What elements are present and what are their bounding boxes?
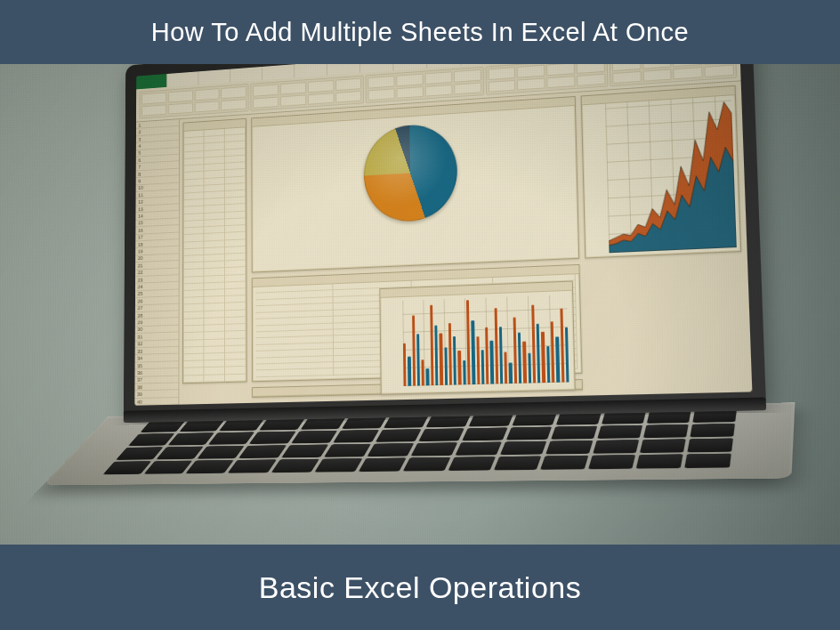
excel-tab [230, 67, 262, 83]
excel-file-tab [136, 74, 167, 89]
ribbon-tool [368, 76, 395, 88]
pie-chart-panel [251, 96, 579, 273]
bar [551, 321, 555, 383]
keyboard-key [597, 425, 642, 439]
ribbon-tool [368, 88, 395, 101]
ribbon-tool [141, 104, 166, 117]
bar [463, 360, 466, 384]
side-cell [493, 308, 576, 318]
ribbon-tool [577, 73, 605, 86]
side-cell [493, 281, 575, 291]
side-cell [412, 297, 492, 307]
keyboard-key [647, 410, 691, 424]
bar-chart-bars [402, 295, 569, 386]
keyboard-key [403, 457, 451, 472]
side-cell [412, 318, 492, 327]
keyboard-key [239, 445, 287, 458]
keyboard-key [687, 438, 733, 452]
keyboard-key [228, 459, 276, 472]
ribbon-group [251, 76, 365, 111]
keyboard-key [462, 427, 507, 440]
data-column [204, 129, 225, 383]
side-cell [494, 362, 577, 371]
bar [490, 341, 494, 384]
bar [485, 327, 489, 384]
keyboard-key [494, 456, 541, 470]
side-cell [494, 355, 577, 364]
bar [531, 304, 536, 383]
keyboard-key [208, 432, 254, 444]
side-cell [494, 342, 577, 351]
ribbon-tool [488, 79, 515, 92]
row-number-gutter: 1234567891011121314151617181920212223242… [134, 119, 180, 406]
bar [444, 347, 448, 385]
keyboard-key [640, 439, 686, 453]
bar [565, 327, 569, 382]
ribbon-tool [222, 86, 247, 99]
keyboard-key [271, 459, 319, 472]
header-bar: How To Add Multiple Sheets In Excel At O… [0, 0, 840, 64]
keyboard-key [546, 440, 593, 454]
side-cell [413, 365, 494, 374]
excel-tab [167, 71, 198, 87]
side-cell [412, 304, 492, 314]
keyboard-key [291, 431, 337, 443]
side-cell [412, 311, 492, 320]
excel-work-area: 1234567891011121314151617181920212223242… [134, 81, 752, 405]
keyboard-key [426, 415, 472, 427]
keyboard-key [643, 424, 689, 438]
ribbon-tool [194, 101, 219, 113]
laptop-screen-lid: 1234567891011121314151617181920212223242… [124, 17, 766, 417]
ribbon-tool [253, 84, 279, 96]
keyboard-key [418, 428, 464, 441]
side-column [255, 284, 333, 377]
side-cell [412, 337, 492, 346]
side-cell [413, 358, 494, 367]
side-cell [493, 287, 575, 297]
ribbon-tool [168, 90, 193, 102]
bar [471, 320, 474, 384]
keyboard-key [684, 454, 731, 468]
area-series [605, 101, 737, 253]
keyboard-key [456, 441, 503, 455]
bar [481, 350, 484, 384]
keyboard-key [513, 413, 557, 426]
keyboard-key [384, 416, 429, 428]
keyboard-key [411, 442, 458, 456]
data-cell [183, 376, 204, 384]
bar [476, 336, 480, 384]
ribbon-tool [222, 99, 247, 111]
bar [528, 353, 531, 383]
bar [537, 324, 541, 384]
bar [505, 352, 508, 384]
keyboard-key [314, 458, 362, 472]
ribbon-tool [547, 76, 576, 89]
side-cell [256, 369, 333, 378]
bar [509, 363, 513, 384]
ribbon-tool [141, 92, 166, 104]
side-cell [493, 315, 576, 325]
bar [555, 337, 560, 383]
ribbon-tool [705, 64, 735, 77]
ribbon-tool [424, 71, 452, 84]
bar [560, 309, 564, 383]
keyboard-key [636, 454, 683, 468]
side-cell [413, 344, 493, 353]
keyboard-key [692, 409, 737, 423]
ribbon-tool [253, 96, 279, 109]
side-cell [493, 302, 576, 311]
mini-data-table [183, 127, 246, 383]
bar [412, 316, 416, 386]
side-cell [494, 328, 577, 338]
keyboard-key [469, 414, 513, 426]
bar [513, 318, 517, 384]
keyboard-key [342, 416, 387, 429]
ribbon-tool [335, 78, 362, 91]
keyboard-key [556, 412, 601, 425]
data-cell [204, 375, 224, 383]
ribbon-tool [168, 102, 193, 115]
bar [440, 334, 443, 385]
bar [448, 323, 452, 385]
footer-bar: Basic Excel Operations [0, 545, 840, 630]
side-cell [494, 349, 577, 358]
